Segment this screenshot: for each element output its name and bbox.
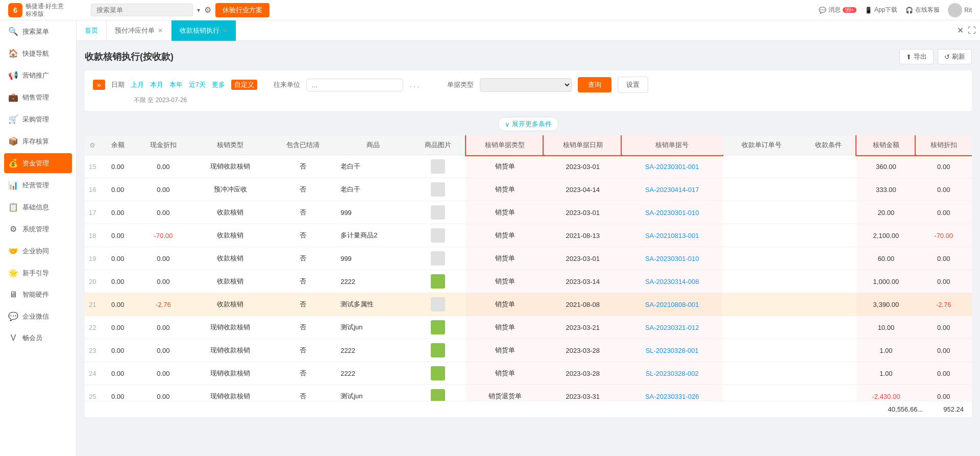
sidebar-item-marketing[interactable]: 📢 营销推广 [0,64,76,86]
td-goods: 老白干 [336,178,409,201]
th-write-off-amount: 核销金额 [856,135,915,155]
td-receipt-condition [800,247,856,270]
sidebar-item-purchase[interactable]: 🛒 采购管理 [0,108,76,130]
tab-prepay[interactable]: 预付冲应付单 ✕ [107,20,172,41]
sidebar-item-operation[interactable]: 📊 经营管理 [0,174,76,196]
table-body: 15 0.00 0.00 现销收款核销 否 老白干 销货单 2023-03-01… [85,155,972,401]
sidebar-item-quicknav[interactable]: 🏠 快捷导航 [0,42,76,64]
refresh-btn[interactable]: ↺ 刷新 [938,49,972,64]
td-doc-type: 销货单 [466,247,544,270]
td-goods-image [409,339,465,362]
app-icon: 📱 [865,7,872,14]
expand-conditions-btn[interactable]: ∨ 展开更多条件 [498,117,558,131]
td-goods: 999 [336,201,409,224]
th-gear[interactable]: ⚙ [85,135,100,155]
td-doc-no[interactable]: SA-20230314-008 [622,270,722,293]
td-write-off-discount: -70.00 [916,224,972,247]
td-doc-no[interactable]: SA-20230301-010 [622,247,722,270]
td-doc-no[interactable]: SA-20210813-001 [622,224,722,247]
td-includes-settled: 否 [270,155,337,178]
td-receipt-condition [800,270,856,293]
td-write-off-type: 现销收款核销 [191,385,270,401]
td-write-off-type: 收款核销 [191,224,270,247]
industry-btn[interactable]: 休验行业方案 [215,3,270,17]
td-balance: 0.00 [100,178,135,201]
tab-close-all-btn[interactable]: ✕ [957,26,964,35]
td-cash-discount: 0.00 [135,247,191,270]
last-month-btn[interactable]: 上月 [131,80,144,89]
td-goods: 2222 [336,270,409,293]
table-row: 19 0.00 0.00 收款核销 否 999 销货单 2023-03-01 S… [85,247,972,270]
sidebar-item-system[interactable]: ⚙ 系统管理 [0,218,76,240]
dropdown-btn[interactable]: ▾ [197,7,200,14]
td-doc-no[interactable]: SL-20230328-002 [622,362,722,385]
td-doc-no[interactable]: SA-20230414-017 [622,178,722,201]
doc-type-select[interactable] [480,78,572,92]
td-doc-no[interactable]: SA-20210808-001 [622,293,722,316]
td-write-off-type: 现销收款核销 [191,339,270,362]
sidebar-item-hardware[interactable]: 🖥 智能硬件 [0,284,76,305]
td-doc-no[interactable]: SL-20230328-001 [622,339,722,362]
sidebar-item-inventory[interactable]: 📦 库存核算 [0,130,76,152]
sidebar-label-system: 系统管理 [22,225,49,234]
tab-home[interactable]: 首页 [77,20,107,41]
td-write-off-amount: 1.00 [856,362,915,385]
table-row: 20 0.00 0.00 收款核销 否 2222 销货单 2023-03-14 … [85,270,972,293]
sidebar-item-basic[interactable]: 📋 基础信息 [0,196,76,218]
table-row: 15 0.00 0.00 现销收款核销 否 老白干 销货单 2023-03-01… [85,155,972,178]
filter-toggle-btn[interactable]: » [93,80,105,90]
search-input[interactable] [91,4,193,16]
tab-receipt[interactable]: 收款核销执行 ✕ [172,20,236,41]
td-includes-settled: 否 [270,247,337,270]
sidebar-item-search[interactable]: 🔍 搜索菜单 [0,20,76,42]
th-receipt-order-no: 收款单订单号 [722,135,800,155]
sidebar-item-company[interactable]: 🤝 企业协同 [0,240,76,262]
td-goods-image [409,385,465,401]
goods-image-thumb [431,366,445,380]
td-doc-no[interactable]: SA-20230331-026 [622,385,722,401]
th-doc-date: 核销单据日期 [544,135,622,155]
td-doc-no[interactable]: SA-20230321-012 [622,316,722,339]
td-cash-discount: 0.00 [135,201,191,224]
sidebar-item-finance[interactable]: 💰 资金管理 [4,153,72,173]
tab-receipt-close-icon[interactable]: ✕ [223,27,228,34]
table-row: 21 0.00 -2.76 收款核销 否 测试多属性 销货单 2021-08-0… [85,293,972,316]
user-item[interactable]: Rit [948,3,972,17]
export-btn[interactable]: ⬆ 导出 [899,49,934,64]
date-label: 日期 [111,80,125,89]
td-receipt-order-no [722,201,800,224]
td-cash-discount: 0.00 [135,155,191,178]
refresh-icon: ↺ [944,53,950,61]
sidebar-item-wechat[interactable]: 💬 企业微信 [0,305,76,327]
query-btn[interactable]: 查询 [578,77,611,92]
td-cash-discount: 0.00 [135,178,191,201]
notifications-item[interactable]: 💬 消息 99+ [819,6,856,14]
setting-btn[interactable]: 设置 [618,77,648,93]
td-doc-type: 销货单 [466,201,544,224]
page-content: 收款核销执行(按收款) ⬆ 导出 ↺ 刷新 » 日期 上月 [77,41,980,456]
counterparty-input[interactable] [306,79,403,91]
app-download-item[interactable]: 📱 App下载 [865,6,897,14]
dots-btn[interactable]: ... [409,80,421,89]
tab-expand-btn[interactable]: ⛶ [968,26,976,35]
tab-prepay-close-icon[interactable]: ✕ [158,27,163,34]
goods-image-thumb [431,228,445,243]
this-year-btn[interactable]: 本年 [169,80,183,89]
sidebar: 🔍 搜索菜单 🏠 快捷导航 📢 营销推广 💼 销售管理 🛒 采购管理 📦 库存核… [0,20,77,456]
table-container[interactable]: ⚙ 余额 现金折扣 核销类型 包含已结清 商品 商品图片 核销单据类型 核销单据… [85,135,972,401]
sidebar-item-sales[interactable]: 💼 销售管理 [0,86,76,108]
settings-gear-icon[interactable]: ⚙ [204,5,211,15]
td-doc-no[interactable]: SA-20230301-010 [622,201,722,224]
last7days-btn[interactable]: 近7天 [189,80,206,89]
online-service-item[interactable]: 🎧 在线客服 [905,6,940,14]
td-doc-no[interactable]: SA-20230301-001 [622,155,722,178]
td-doc-date: 2023-03-01 [544,247,622,270]
this-month-btn[interactable]: 本月 [150,80,163,89]
td-receipt-condition [800,224,856,247]
custom-date-btn[interactable]: 自定义 [231,80,257,90]
td-write-off-discount: 0.00 [916,155,972,178]
filter-bar: » 日期 上月 本月 本年 近7天 更多 自定义 往来单位 ... 单据类型 查… [85,70,972,111]
more-date-btn[interactable]: 更多 [212,80,225,89]
sidebar-item-member[interactable]: V 畅会员 [0,327,76,349]
sidebar-item-newbie[interactable]: 🌟 新手引导 [0,262,76,284]
